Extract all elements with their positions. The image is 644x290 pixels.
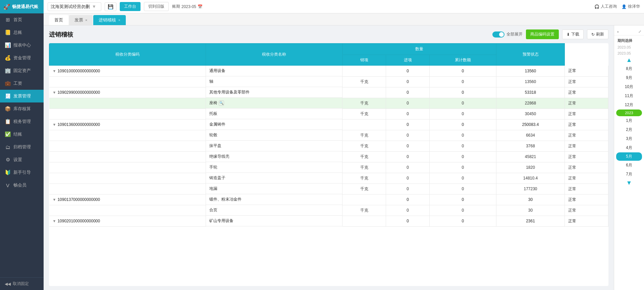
- cell-sales: 0: [386, 173, 430, 184]
- sidebar-label-guide: 新手引导: [13, 169, 31, 175]
- ledger-icon: 📒: [5, 29, 11, 35]
- cell-status: 正常: [565, 66, 608, 77]
- tab-invoice-close[interactable]: ×: [85, 18, 87, 22]
- sidebar-item-invoice[interactable]: 🧾 发票管理: [0, 90, 44, 102]
- sidebar-item-funds[interactable]: 💰 资金管理: [0, 52, 44, 64]
- sidebar-label-funds: 资金管理: [13, 55, 31, 61]
- month-item[interactable]: 8月: [614, 64, 644, 73]
- month-item[interactable]: 7月: [614, 170, 644, 179]
- cell-unit: 千克: [342, 205, 386, 216]
- sidebar-pin-toggle[interactable]: ◀◀ 取消固定: [0, 277, 44, 290]
- month-item[interactable]: 12月: [614, 100, 644, 110]
- cell-name: 轮毂: [206, 130, 342, 141]
- refresh-button[interactable]: ↻ 刷新: [587, 29, 608, 39]
- cell-status: 正常: [565, 76, 608, 87]
- period-year-1: 2023.05: [614, 44, 644, 50]
- active-month-item[interactable]: 5月: [616, 152, 642, 161]
- calendar-icon[interactable]: 📅: [198, 4, 203, 9]
- topbar-right: 🎧 人工咨询 👤 徐泽华: [594, 4, 640, 9]
- save-draft-button[interactable]: 💾: [105, 2, 116, 11]
- table-row: ▼1090136000000000000 金属铸件 0 0 250083.4 正…: [49, 119, 608, 130]
- col-tax-name: 税收分类名称: [206, 44, 343, 66]
- year-label-item[interactable]: 2023: [616, 110, 642, 116]
- company-selector[interactable]: 沈海英测试经营勿删 ▼: [48, 2, 101, 11]
- sidebar-item-settlement[interactable]: ✅ 结账: [0, 128, 44, 141]
- month-item[interactable]: 1月: [614, 116, 644, 125]
- month-item[interactable]: 10月: [614, 82, 644, 91]
- pin-icon: ◀◀: [5, 282, 11, 286]
- sidebar-item-guide[interactable]: 🔰 新手引导: [0, 166, 44, 179]
- sidebar-item-assets[interactable]: 🏢 固定资产: [0, 64, 44, 77]
- sidebar-label-member: 畅会员: [13, 182, 26, 188]
- workbench-button[interactable]: 工作台: [120, 2, 141, 11]
- tab-invoice[interactable]: 发票 ×: [69, 15, 93, 25]
- sidebar-item-home[interactable]: ⊞ 首页: [0, 13, 44, 26]
- expand-icon: ▼: [53, 123, 56, 127]
- sidebar-item-settings[interactable]: ⚙ 设置: [0, 153, 44, 166]
- sidebar-label-salary: 工资: [13, 80, 22, 86]
- panel-expand-button[interactable]: ⤢: [638, 29, 641, 34]
- scroll-up-button[interactable]: ▲: [614, 56, 644, 64]
- sidebar-item-tax[interactable]: 📋 税务管理: [0, 115, 44, 128]
- archive-icon: 🗂: [5, 144, 11, 150]
- sidebar-label-inventory: 库存核算: [13, 106, 31, 112]
- download-button[interactable]: ⬇ 下载: [562, 29, 584, 39]
- assets-icon: 🏢: [5, 68, 11, 74]
- cell-status: 正常: [565, 130, 608, 141]
- support-label: 人工咨询: [601, 4, 617, 9]
- month-item[interactable]: 6月: [614, 161, 644, 170]
- cell-purchase: 0: [429, 119, 496, 130]
- scroll-down-button[interactable]: ▼: [614, 179, 644, 187]
- search-small-icon[interactable]: 🔍: [219, 100, 224, 106]
- expand-toggle[interactable]: [492, 31, 504, 38]
- cell-purchase: 0: [429, 98, 496, 108]
- sidebar-item-reports[interactable]: 📊 报表中心: [0, 39, 44, 52]
- sidebar-item-inventory[interactable]: 📦 库存核算: [0, 102, 44, 115]
- tab-reconcile-close[interactable]: ×: [118, 18, 120, 22]
- cell-sales: 0: [386, 216, 430, 226]
- cell-unit: 千克: [342, 151, 386, 162]
- cell-status: 正常: [565, 151, 608, 162]
- cell-unit: [342, 87, 386, 98]
- sidebar-label-archive: 归档管理: [13, 144, 31, 150]
- sidebar-item-ledger[interactable]: 📒 总账: [0, 26, 44, 39]
- table-row: ▼1090299000000000000 其他专用设备及零部件 0 0 5331…: [49, 87, 608, 98]
- panel-close-button[interactable]: ×: [617, 30, 619, 34]
- home-icon: ⊞: [5, 17, 11, 23]
- cell-name: 合页: [206, 205, 342, 216]
- month-item[interactable]: 2月: [614, 125, 644, 134]
- cell-purchase: 0: [429, 76, 496, 87]
- user-menu[interactable]: 👤 徐泽华: [622, 4, 640, 9]
- content-area: 进销稽核 全部展开 商品编码设置 ⬇ 下载 ↻ 刷新: [44, 25, 614, 290]
- cell-code: ▼1090201000000000000: [49, 216, 206, 226]
- sidebar-label-reports: 报表中心: [13, 42, 31, 48]
- table-row: 合页 千克 0 0 30 正常: [49, 205, 608, 216]
- cell-code: [49, 130, 206, 141]
- month-item[interactable]: 11月: [614, 91, 644, 100]
- month-item[interactable]: 3月: [614, 134, 644, 143]
- cell-name: 托板: [206, 108, 342, 119]
- sidebar-item-archive[interactable]: 🗂 归档管理: [0, 141, 44, 153]
- switch-version-button[interactable]: 切到旧版: [144, 2, 169, 11]
- month-item[interactable]: 9月: [614, 73, 644, 82]
- month-item[interactable]: 4月: [614, 143, 644, 152]
- tab-reconcile[interactable]: 进销稽核 ×: [93, 15, 125, 25]
- cell-purchase: 0: [429, 108, 496, 119]
- support-button[interactable]: 🎧 人工咨询: [594, 4, 617, 9]
- cell-purchase: 0: [429, 151, 496, 162]
- expand-toggle-label: 全部展开: [506, 31, 523, 37]
- cell-unit: 千克: [342, 76, 386, 87]
- cell-status: 正常: [565, 108, 608, 119]
- cell-code: [49, 76, 206, 87]
- product-code-settings-button[interactable]: 商品编码设置: [526, 29, 559, 39]
- sidebar-item-member[interactable]: V 畅会员: [0, 179, 44, 192]
- right-panel-header: × ⤢: [614, 28, 644, 35]
- tab-home[interactable]: 首页: [49, 15, 68, 25]
- col-total: 累计数额: [429, 55, 496, 66]
- col-tax-code: 税收分类编码: [49, 44, 206, 66]
- sidebar-item-salary[interactable]: 💼 工资: [0, 77, 44, 90]
- cell-sales: 0: [386, 162, 430, 173]
- sidebar: 🚀 畅捷通易代账 ⊞ 首页 📒 总账 📊 报表中心 💰 资金管理 🏢 固定资产 …: [0, 0, 44, 290]
- cell-total: 30: [496, 194, 565, 205]
- cell-status: 正常: [565, 162, 608, 173]
